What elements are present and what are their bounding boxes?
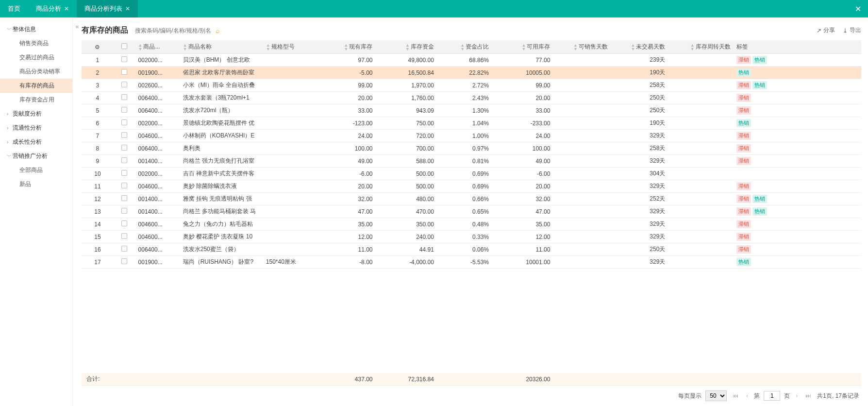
cell-spec [263, 218, 314, 231]
search-icon[interactable]: ⌕ [216, 27, 219, 34]
col-notrade[interactable]: ▲▼未交易天数 [611, 40, 668, 54]
table-row[interactable]: 11004600...奥妙 除菌除螨洗衣液20.00500.000.69%20.… [82, 180, 861, 193]
cell-pct: 0.81% [437, 155, 492, 168]
table-row[interactable]: 8006400...奥利奥100.00700.000.97%100.00258天… [82, 142, 861, 155]
row-checkbox[interactable] [114, 79, 135, 92]
table-row[interactable]: 1002000...贝汉美（BHM） 创意北欧97.0049,800.0068.… [82, 54, 861, 67]
checkbox-icon [121, 233, 127, 239]
table-row[interactable]: 16006400...洗发水250蜜兰（袋）11.0044.910.06%11.… [82, 243, 861, 256]
sidebar-item-4-0[interactable]: 全部商品 [0, 163, 72, 177]
col-selldays[interactable]: ▲▼可销售天数 [553, 40, 610, 54]
page-first-button[interactable]: ⏮ [731, 392, 740, 399]
sort-icon: ▲▼ [631, 43, 635, 51]
sidebar-group-2[interactable]: ›流通性分析 [0, 121, 72, 135]
sidebar-item-0-2[interactable]: 商品分类动销率 [0, 65, 72, 79]
tab-2[interactable]: 商品分析列表✕ [77, 0, 138, 17]
sidebar-item-4-1[interactable]: 新品 [0, 177, 72, 191]
page-input[interactable] [764, 391, 780, 401]
table-row[interactable]: 4006400...洗发水套装（3瓶720ml+120.001,760.002.… [82, 92, 861, 104]
cell-avail: 20.00 [492, 180, 553, 193]
col-checkall[interactable] [114, 40, 135, 54]
col-stock[interactable]: ▲▼现有库存 [314, 40, 375, 54]
col-spec[interactable]: ▲▼规格型号 [263, 40, 314, 54]
search-input[interactable] [135, 27, 213, 34]
row-checkbox[interactable] [114, 155, 135, 168]
tab-1[interactable]: 商品分析✕ [28, 0, 77, 17]
row-checkbox[interactable] [114, 104, 135, 117]
col-gear[interactable]: ⚙ [82, 40, 114, 54]
cell-fund: 44.91 [375, 243, 436, 256]
col-turnover[interactable]: ▲▼库存周转天数 [668, 40, 733, 54]
row-checkbox[interactable] [114, 54, 135, 67]
col-fund[interactable]: ▲▼库存资金 [375, 40, 436, 54]
table-row[interactable]: 13001400...尚格兰 多功能马桶刷套装 马47.00470.000.65… [82, 205, 861, 218]
sidebar-group-1[interactable]: ›贡献度分析 [0, 107, 72, 121]
cell-fund: 500.00 [375, 168, 436, 180]
sidebar-collapse-button[interactable]: « [73, 17, 82, 406]
row-checkbox[interactable] [114, 92, 135, 104]
table-row[interactable]: 2001900...偌思家 北欧客厅装饰画卧室-5.0016,500.8422.… [82, 67, 861, 79]
tab-0[interactable]: 首页 [0, 0, 28, 17]
cell-fund: 720.00 [375, 130, 436, 142]
col-avail[interactable]: ▲▼可用库存 [492, 40, 553, 54]
sidebar-item-0-1[interactable]: 交易过的商品 [0, 51, 72, 65]
sort-icon: ▲▼ [573, 43, 578, 51]
row-checkbox[interactable] [114, 243, 135, 256]
table-row[interactable]: 17001900...瑞尚（RUISHANG） 卧室?150*40厘米-8.00… [82, 256, 861, 269]
table-row[interactable]: 9001400...尚格兰 强力无痕免打孔浴室49.00588.000.81%4… [82, 155, 861, 168]
table-row[interactable]: 15004600...奥妙 樱花柔护 洗衣凝珠 1012.00240.000.3… [82, 231, 861, 243]
table-row[interactable]: 12001400...雅窝 挂钩 无痕透明粘钩 强32.00480.000.66… [82, 193, 861, 205]
page-next-button[interactable]: › [794, 392, 800, 399]
row-checkbox[interactable] [114, 142, 135, 155]
cell-stock: 33.00 [314, 104, 375, 117]
row-checkbox[interactable] [114, 205, 135, 218]
table-row[interactable]: 3002600...小米（MI）雨伞 全自动折叠99.001,970.002.7… [82, 79, 861, 92]
col-product-name[interactable]: ▲▼商品名称 [180, 40, 263, 54]
table-row[interactable]: 10002000...吉百 禅意新中式玄关摆件客-6.00500.000.69%… [82, 168, 861, 180]
sidebar-group-3[interactable]: ›成长性分析 [0, 135, 72, 149]
cell-fund: 943.09 [375, 104, 436, 117]
page-prev-button[interactable]: ‹ [744, 392, 750, 399]
row-checkbox[interactable] [114, 67, 135, 79]
table-row[interactable]: 14004600...兔之力（兔の力）粘毛器粘35.00350.000.48%3… [82, 218, 861, 231]
checkbox-icon [121, 157, 127, 163]
per-page-select[interactable]: 50 [705, 390, 727, 401]
checkbox-icon [121, 170, 127, 176]
close-icon[interactable]: ✕ [64, 5, 69, 12]
cell-turnover [668, 92, 733, 104]
row-checkbox[interactable] [114, 168, 135, 180]
cell-code: 004600... [135, 218, 180, 231]
sidebar-item-0-0[interactable]: 销售类商品 [0, 36, 72, 51]
close-all-tabs-button[interactable]: ✕ [848, 0, 868, 17]
row-checkbox[interactable] [114, 218, 135, 231]
sidebar-group-0[interactable]: ﹀整体信息 [0, 22, 72, 36]
table-row[interactable]: 5006400...洗发水720ml（瓶）33.00943.091.30%33.… [82, 104, 861, 117]
table-row[interactable]: 6002000...景德镇北欧陶瓷花瓶摆件 优-123.00750.001.04… [82, 117, 861, 130]
page-last-button[interactable]: ⏭ [803, 392, 813, 399]
cell-pct: 0.33% [437, 231, 492, 243]
col-product-code[interactable]: ▲▼商品... [135, 40, 180, 54]
col-pct[interactable]: ▲▼资金占比 [437, 40, 492, 54]
close-icon[interactable]: ✕ [125, 5, 130, 12]
row-checkbox[interactable] [114, 193, 135, 205]
row-checkbox[interactable] [114, 117, 135, 130]
row-checkbox[interactable] [114, 256, 135, 269]
export-button[interactable]: ⤓导出 [843, 26, 861, 34]
sidebar-group-4[interactable]: ﹀营销推广分析 [0, 149, 72, 163]
cell-avail: -233.00 [492, 117, 553, 130]
cell-code: 006400... [135, 104, 180, 117]
row-checkbox[interactable] [114, 130, 135, 142]
table-row[interactable]: 7004600...小林制药（KOBAYASHI）E24.00720.001.0… [82, 130, 861, 142]
sidebar-item-0-4[interactable]: 库存资金占用 [0, 93, 72, 107]
row-checkbox[interactable] [114, 180, 135, 193]
chevron-right-icon: › [7, 111, 12, 117]
checkbox-icon [121, 220, 127, 226]
share-button[interactable]: ↗分享 [817, 26, 835, 34]
col-tag[interactable]: 标签 [734, 40, 861, 54]
row-checkbox[interactable] [114, 231, 135, 243]
cell-code: 002600... [135, 79, 180, 92]
tag-zhixiao: 滞销 [736, 144, 751, 152]
cell-stock: 12.00 [314, 231, 375, 243]
cell-selldays [553, 231, 610, 243]
sidebar-item-0-3[interactable]: 有库存的商品 [0, 79, 72, 93]
